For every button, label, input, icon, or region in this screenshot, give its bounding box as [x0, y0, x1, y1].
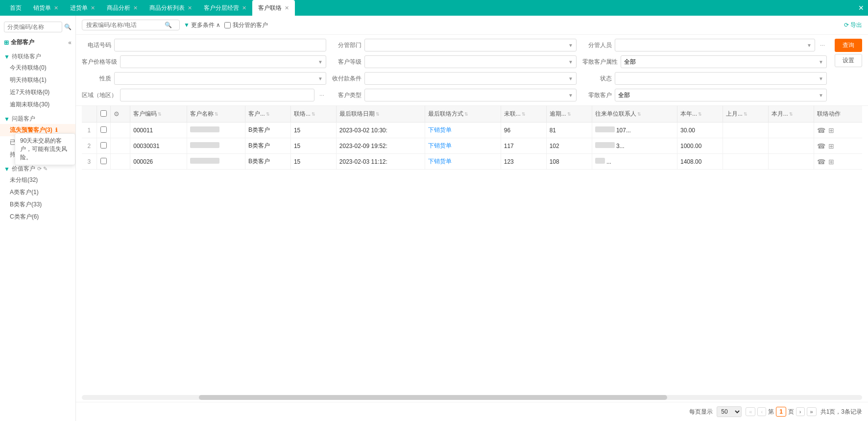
sidebar-item-class-c[interactable]: C类客户(6)	[0, 211, 75, 223]
retail-attr-arrow: ▼	[819, 59, 823, 65]
row2-checkbox[interactable]	[100, 142, 107, 149]
filter-cust-level-select[interactable]: ▼	[364, 55, 577, 68]
sidebar-item-ungroup[interactable]: 未分组(32)	[0, 174, 75, 186]
row1-method-link[interactable]: 下销货单	[428, 126, 452, 133]
lmonth-sort-icon[interactable]: ⇅	[744, 112, 747, 117]
row2-action-menu[interactable]: ⊞	[828, 142, 834, 150]
row2-action-phone[interactable]: ☎	[817, 142, 825, 150]
filter-manager-more[interactable]: ···	[818, 42, 827, 49]
row1-this-year: 30.00	[677, 123, 723, 138]
row1-overdue: 81	[546, 123, 592, 138]
tab-bar: 首页 销货单 ✕ 进货单 ✕ 商品分析 ✕ 商品分析列表 ✕ 客户分层经营 ✕ …	[0, 0, 868, 16]
filter-retail-attr-select[interactable]: 全部 ▼	[621, 55, 827, 68]
select-all-checkbox[interactable]	[100, 110, 107, 117]
sidebar-item-7days[interactable]: 近7天待联络(0)	[0, 86, 75, 99]
pagination: « ‹ 第 1 页 › »	[746, 407, 816, 417]
page-size-select[interactable]: 50 20 100	[717, 406, 742, 417]
filter-nature-label: 性质	[82, 74, 111, 83]
all-customers-title[interactable]: ⊞ 全部客户 «	[0, 36, 75, 49]
tab-customer-contact[interactable]: 客户联络 ✕	[252, 0, 295, 16]
last-date-sort-icon[interactable]: ⇅	[376, 112, 380, 117]
row1-action-menu[interactable]: ⊞	[828, 126, 834, 134]
row2-type: B类客户	[245, 138, 290, 154]
customer-table: ⚙ 客户编码⇅ 客户名称⇅ 客户...⇅ 联络...⇅	[82, 106, 862, 170]
next-page-btn[interactable]: ›	[796, 407, 805, 416]
tab-sales[interactable]: 销货单 ✕	[27, 0, 64, 16]
name-sort-icon[interactable]: ⇅	[215, 112, 218, 117]
tmonth-sort-icon[interactable]: ⇅	[789, 112, 793, 117]
row3-action-phone[interactable]: ☎	[817, 158, 825, 166]
row1-action-phone[interactable]: ☎	[817, 126, 825, 134]
first-page-btn[interactable]: «	[746, 407, 755, 416]
tab-customer-seg-close[interactable]: ✕	[242, 5, 246, 11]
toolbar-search-input[interactable]	[86, 22, 165, 28]
status-arrow: ▼	[819, 76, 823, 81]
tab-analysis-list-close[interactable]: ✕	[188, 5, 192, 11]
my-customers-checkbox[interactable]	[224, 22, 231, 28]
filter-nature-select[interactable]: ▼	[114, 72, 326, 85]
tab-customer-contact-close[interactable]: ✕	[285, 5, 289, 11]
filter-retail-select[interactable]: 全部 ▼	[615, 89, 827, 101]
tab-home[interactable]: 首页	[4, 0, 27, 16]
last-method-sort-icon[interactable]: ⇅	[464, 112, 468, 117]
my-customers-checkbox-area: 我分管的客户	[224, 21, 268, 29]
row3-method-link[interactable]: 下销货单	[428, 158, 452, 165]
filter-cust-type-select[interactable]: ▼	[364, 89, 577, 101]
sidebar-item-class-b[interactable]: B类客户(33)	[0, 198, 75, 211]
th-settings[interactable]: ⚙	[110, 106, 130, 123]
sidebar-item-tomorrow[interactable]: 明天待联络(1)	[0, 74, 75, 86]
pending-arrow: ▼	[4, 53, 10, 60]
unit-sort-icon[interactable]: ⇅	[637, 112, 641, 117]
contact-sort-icon[interactable]: ⇅	[312, 112, 315, 117]
code-sort-icon[interactable]: ⇅	[158, 112, 162, 117]
not-contacted-sort-icon[interactable]: ⇅	[522, 112, 526, 117]
filter-region-more[interactable]: ···	[317, 92, 326, 99]
export-btn[interactable]: ⟳ 导出	[844, 21, 862, 29]
filter-cust-type: 客户类型 ▼	[332, 89, 577, 101]
filter-price-select[interactable]: ▼	[120, 55, 326, 68]
sidebar-collapse-icon[interactable]: «	[68, 39, 72, 46]
tab-purchase-close[interactable]: ✕	[91, 5, 95, 11]
prev-page-btn[interactable]: ‹	[757, 407, 766, 416]
tab-customer-seg[interactable]: 客户分层经营 ✕	[198, 0, 252, 16]
filter-phone-input[interactable]	[114, 39, 326, 51]
tab-analysis[interactable]: 商品分析 ✕	[101, 0, 144, 16]
tab-analysis-close[interactable]: ✕	[133, 5, 138, 11]
sidebar-item-today[interactable]: 今天待联络(0)	[0, 62, 75, 74]
sidebar-item-overdue[interactable]: 逾期未联络(30)	[0, 99, 75, 111]
sidebar-pending-header[interactable]: ▼ 待联络客户	[0, 50, 75, 62]
scrollbar-thumb[interactable]	[199, 395, 667, 400]
toolbar-search-icon[interactable]: 🔍	[165, 22, 172, 28]
table-settings-icon[interactable]: ⚙	[114, 110, 120, 118]
value-arrow: ▼	[4, 166, 10, 173]
overdue-sort-icon[interactable]: ⇅	[567, 112, 571, 117]
filter-status-select[interactable]: ▼	[615, 72, 827, 85]
filter-toggle-btn[interactable]: ▼ 更多条件 ∧	[184, 21, 220, 29]
tab-purchase[interactable]: 进货单 ✕	[64, 0, 101, 16]
type-sort-icon[interactable]: ⇅	[266, 112, 270, 117]
page-suffix: 页	[788, 408, 794, 416]
year-sort-icon[interactable]: ⇅	[698, 112, 702, 117]
filter-manager-select[interactable]: ▼	[615, 39, 815, 51]
row1-checkbox[interactable]	[100, 126, 107, 133]
horizontal-scrollbar[interactable]	[82, 395, 862, 400]
sidebar-item-class-a[interactable]: A类客户(1)	[0, 186, 75, 198]
query-button[interactable]: 查询	[835, 39, 862, 52]
sidebar-problem-header[interactable]: ▼ 问题客户	[0, 113, 75, 124]
sidebar-search-input[interactable]	[4, 22, 62, 32]
row3-action-menu[interactable]: ⊞	[828, 158, 834, 166]
tab-sales-close[interactable]: ✕	[54, 5, 58, 11]
filter-dept-select[interactable]: ▼	[364, 39, 577, 51]
window-close-icon[interactable]: ✕	[858, 4, 864, 12]
filter-region-select[interactable]	[120, 89, 314, 101]
price-select-arrow: ▼	[318, 59, 323, 65]
tab-analysis-list[interactable]: 商品分析列表 ✕	[144, 0, 198, 16]
filter-panel: 电话号码 分管部门 ▼ 分管人员	[76, 35, 868, 106]
settings-button[interactable]: 设置	[835, 54, 862, 67]
filter-customer-level: 客户等级 ▼	[332, 55, 577, 68]
table-container: ⚙ 客户编码⇅ 客户名称⇅ 客户...⇅ 联络...⇅	[76, 106, 868, 393]
filter-payment-select[interactable]: ▼	[364, 72, 577, 85]
row3-checkbox[interactable]	[100, 158, 107, 164]
last-page-btn[interactable]: »	[807, 407, 817, 416]
row2-method-link[interactable]: 下销货单	[428, 142, 452, 149]
